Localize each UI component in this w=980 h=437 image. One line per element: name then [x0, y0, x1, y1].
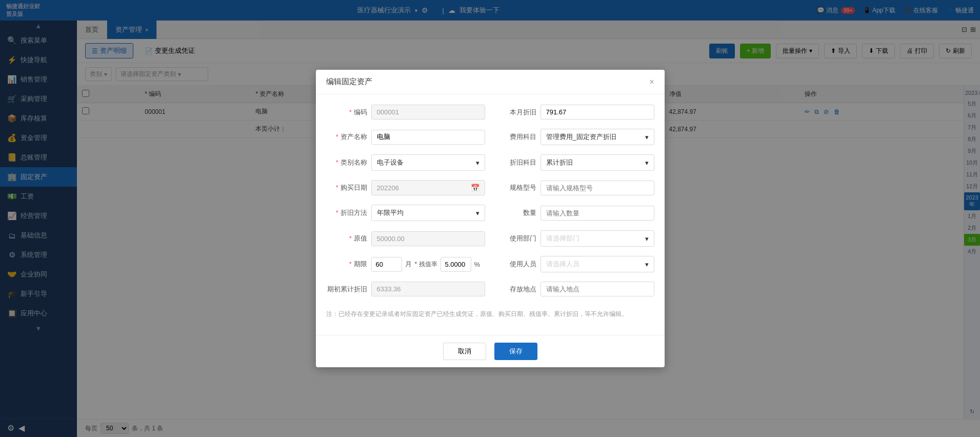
form-col-period: * 期限 月 * 残值率 % [326, 257, 485, 272]
modal-footer: 取消 保存 [316, 335, 665, 367]
chevron-down-icon: ▾ [645, 133, 649, 141]
dep-method-select[interactable]: 年限平均 ▾ [371, 205, 485, 221]
location-label: 存放地点 [495, 285, 536, 294]
form-col-quantity: 数量 [495, 206, 654, 221]
purchase-date-label: * 购买日期 [326, 183, 367, 192]
cancel-button[interactable]: 取消 [443, 343, 486, 360]
chevron-down-icon: ▾ [645, 159, 649, 167]
category-label: * 类别名称 [326, 158, 367, 167]
form-col-department: 使用部门 请选择部门 ▾ [495, 230, 654, 247]
form-col-purchase-date: * 购买日期 202206 📅 [326, 180, 485, 195]
chevron-down-icon: ▾ [645, 235, 649, 243]
period-group: 月 * 残值率 % [371, 257, 485, 272]
person-label: 使用人员 [495, 260, 536, 269]
form-row-5: * 折旧方法 年限平均 ▾ 数量 [326, 205, 654, 221]
original-value-label: * 原值 [326, 234, 367, 243]
form-col-monthly-dep: 本月折旧 [495, 105, 654, 120]
form-row-4: * 购买日期 202206 📅 规格型号 [326, 180, 654, 195]
form-col-location: 存放地点 [495, 282, 654, 296]
initial-dep-input[interactable] [371, 282, 485, 296]
department-label: 使用部门 [495, 234, 536, 243]
form-col-original-value: * 原值 [326, 231, 485, 246]
chevron-down-icon: ▾ [476, 159, 479, 167]
monthly-dep-label: 本月折旧 [495, 108, 536, 117]
asset-name-label: * 资产名称 [326, 132, 367, 142]
form-row-8: 期初累计折旧 存放地点 [326, 282, 654, 296]
quantity-label: 数量 [495, 208, 536, 217]
purchase-date-input[interactable]: 202206 📅 [371, 180, 485, 195]
form-row-7: * 期限 月 * 残值率 % 使用人员 请选择人员 ▾ [326, 256, 654, 272]
person-select[interactable]: 请选择人员 ▾ [541, 256, 654, 272]
save-button[interactable]: 保存 [494, 343, 537, 360]
initial-dep-label: 期初累计折旧 [326, 285, 367, 294]
expense-subject-label: 费用科目 [495, 132, 536, 142]
modal-header: 编辑固定资产 × [316, 70, 665, 94]
form-col-spec: 规格型号 [495, 181, 654, 195]
calendar-icon[interactable]: 📅 [471, 184, 479, 192]
department-select[interactable]: 请选择部门 ▾ [541, 230, 654, 247]
residual-rate-input[interactable] [441, 257, 471, 272]
chevron-down-icon: ▾ [645, 261, 649, 268]
code-label: * 编码 [326, 108, 367, 117]
dep-subject-label: 折旧科目 [495, 158, 536, 167]
spec-input[interactable] [541, 181, 654, 195]
period-label: * 期限 [326, 260, 367, 269]
form-row-6: * 原值 使用部门 请选择部门 ▾ [326, 230, 654, 247]
modal-body: * 编码 本月折旧 * 资产名称 费用科目 [316, 94, 665, 335]
form-col-person: 使用人员 请选择人员 ▾ [495, 256, 654, 272]
form-col-initial-dep: 期初累计折旧 [326, 282, 485, 296]
dep-subject-select[interactable]: 累计折旧 ▾ [541, 154, 654, 171]
form-row-3: * 类别名称 电子设备 ▾ 折旧科目 累计折旧 ▾ [326, 154, 654, 171]
quantity-input[interactable] [541, 206, 654, 221]
asset-name-input[interactable] [371, 130, 485, 145]
form-row-1: * 编码 本月折旧 [326, 105, 654, 120]
original-value-input[interactable] [371, 231, 485, 246]
chevron-down-icon: ▾ [476, 209, 479, 217]
period-input[interactable] [371, 257, 402, 272]
form-col-code: * 编码 [326, 105, 485, 120]
form-col-expense-subject: 费用科目 管理费用_固定资产折旧 ▾ [495, 129, 654, 145]
edit-asset-modal: 编辑固定资产 × * 编码 本月折旧 [316, 70, 665, 367]
form-col-dep-subject: 折旧科目 累计折旧 ▾ [495, 154, 654, 171]
form-col-dep-method: * 折旧方法 年限平均 ▾ [326, 205, 485, 221]
modal-overlay: 编辑固定资产 × * 编码 本月折旧 [0, 0, 980, 437]
spec-label: 规格型号 [495, 183, 536, 192]
modal-close-button[interactable]: × [649, 77, 654, 87]
modal-title: 编辑固定资产 [326, 77, 372, 87]
dep-method-label: * 折旧方法 [326, 208, 367, 217]
location-input[interactable] [541, 282, 654, 296]
monthly-dep-input[interactable] [541, 105, 654, 120]
category-select[interactable]: 电子设备 ▾ [371, 154, 485, 171]
expense-subject-select[interactable]: 管理费用_固定资产折旧 ▾ [541, 129, 654, 145]
modal-notice: 注：已经存在变更记录或者对应固定资产已经生成凭证，原值、购买日期、残值率、累计折… [326, 306, 654, 325]
form-col-asset-name: * 资产名称 [326, 130, 485, 145]
form-col-category: * 类别名称 电子设备 ▾ [326, 154, 485, 171]
form-row-2: * 资产名称 费用科目 管理费用_固定资产折旧 ▾ [326, 129, 654, 145]
code-input[interactable] [371, 105, 485, 120]
